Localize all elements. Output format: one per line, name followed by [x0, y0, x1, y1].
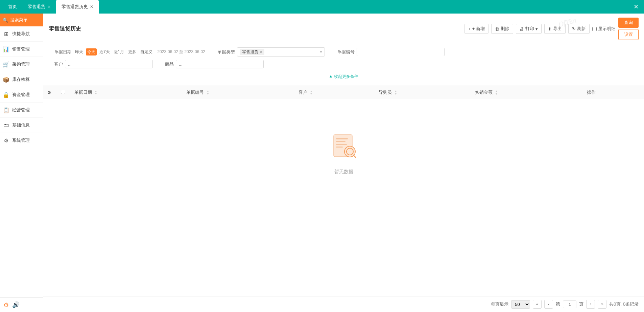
sidebar-item-sales-mgmt-label: 销售管理: [12, 46, 30, 52]
select-all-checkbox[interactable]: [61, 90, 65, 94]
sidebar-search[interactable]: 🔍 搜索菜单: [0, 14, 43, 26]
filter-row-1: 单据日期 昨天 今天 近7天 近1月 更多 自定义 2023-06-02 至 2…: [54, 47, 633, 57]
refresh-button[interactable]: ↻ 刷新: [568, 24, 590, 34]
sidebar-item-system-mgmt-label: 系统管理: [12, 137, 30, 143]
shortcut-custom[interactable]: 自定义: [139, 48, 154, 55]
shortcut-yesterday[interactable]: 昨天: [74, 48, 85, 55]
query-button[interactable]: 查询: [618, 18, 639, 28]
page-number-input[interactable]: [563, 300, 576, 308]
per-page-select[interactable]: 50 10 20 100: [511, 300, 530, 309]
date-shortcuts: 昨天 今天 近7天 近1月 更多 自定义: [74, 48, 154, 55]
svg-rect-3: [336, 144, 347, 145]
th-settings[interactable]: ⚙: [43, 86, 57, 99]
th-customer[interactable]: 客户 ▲ ▼: [294, 86, 375, 99]
show-detail-checkbox[interactable]: 显示明细: [592, 26, 616, 32]
sidebar-item-finance[interactable]: 🔒 资金管理: [0, 87, 43, 103]
new-button[interactable]: + + 新增: [464, 24, 488, 34]
empty-text: 暂无数据: [334, 169, 353, 175]
th-actions-label: 操作: [587, 90, 596, 95]
sidebar-item-operations-label: 经营管理: [12, 107, 30, 113]
customer-input[interactable]: [65, 60, 153, 68]
sidebar-item-sales-mgmt[interactable]: 📊 销售管理: [0, 42, 43, 57]
shortcut-today[interactable]: 今天: [86, 48, 97, 55]
voucher-no-input[interactable]: [357, 48, 445, 56]
table-body: 暂无数据: [43, 99, 644, 206]
top-navigation: 首页 零售退货 ✕ 零售退货历史 ✕ ✕: [0, 0, 644, 14]
sidebar-item-inventory-label: 库存核算: [12, 76, 30, 83]
settings-button[interactable]: 设置: [618, 29, 639, 40]
toolbar: + + 新增 🗑 删除 🖨 打印 ▾ ⬆ 导出: [464, 18, 639, 40]
sort-amount-icon: ▲ ▼: [495, 90, 498, 95]
tab-return[interactable]: 零售退货 ✕: [22, 0, 56, 14]
sidebar-item-inventory[interactable]: 📦 库存核算: [0, 72, 43, 87]
sidebar-audio-icon[interactable]: 🔊: [12, 301, 20, 309]
close-window-button[interactable]: ✕: [628, 3, 644, 10]
main-content: 零售退货历史 + + 新增 🗑 删除 🖨 打印 ▾: [43, 14, 644, 312]
goods-filter: 商品: [165, 60, 264, 68]
tab-return-history[interactable]: 零售退货历史 ✕: [56, 0, 99, 14]
th-amount[interactable]: 实销金额 ▲ ▼: [471, 86, 583, 99]
th-actions: 操作: [583, 86, 644, 99]
export-button[interactable]: ⬆ 导出: [544, 24, 566, 34]
tab-home[interactable]: 首页: [3, 0, 22, 14]
customer-label: 客户: [54, 61, 63, 67]
print-button[interactable]: 🖨 打印 ▾: [516, 24, 542, 34]
date-filter: 单据日期 昨天 今天 近7天 近1月 更多 自定义 2023-06-02 至 2…: [54, 48, 205, 55]
basic-info-icon: 🗃: [3, 122, 9, 129]
collapse-label: 收起更多条件: [334, 74, 358, 80]
print-label: 打印: [525, 26, 534, 32]
sidebar-item-quick-nav-label: 快捷导航: [12, 31, 30, 37]
svg-rect-1: [336, 138, 348, 139]
print-dropdown-icon: ▾: [535, 26, 538, 31]
export-label: 导出: [553, 26, 562, 32]
date-range-display: 2023-06-02 至 2023-06-02: [157, 49, 205, 55]
table-header-row: ⚙ 单据日期 ▲ ▼ 单据编号: [43, 86, 644, 99]
th-checkbox[interactable]: [57, 86, 70, 99]
sidebar-settings-icon[interactable]: ⚙: [3, 301, 9, 309]
search-icon: 🔍: [3, 18, 8, 23]
th-voucher-no[interactable]: 单据编号 ▲ ▼: [182, 86, 294, 99]
sidebar-item-basic-info[interactable]: 🗃 基础信息: [0, 118, 43, 133]
inventory-icon: 📦: [3, 76, 9, 83]
goods-label: 商品: [165, 61, 174, 67]
finance-icon: 🔒: [3, 91, 9, 98]
show-detail-input[interactable]: [592, 27, 597, 31]
prev-page-button[interactable]: ‹: [544, 300, 553, 309]
tab-return-close[interactable]: ✕: [47, 4, 51, 9]
collapse-up-icon: ▲: [329, 74, 333, 80]
tab-return-history-label: 零售退货历史: [62, 4, 88, 10]
voucher-type-tag-close[interactable]: ✕: [260, 50, 262, 54]
delete-button[interactable]: 🗑 删除: [491, 24, 513, 34]
sidebar-bottom: ⚙ 🔊: [0, 297, 43, 312]
sort-guide-icon: ▲ ▼: [395, 90, 397, 95]
goods-input[interactable]: [176, 60, 264, 68]
voucher-type-label: 单据类型: [217, 49, 235, 55]
next-page-button[interactable]: ›: [586, 300, 595, 309]
sidebar-item-quick-nav[interactable]: ⊞ 快捷导航: [0, 26, 43, 42]
svg-rect-4: [336, 147, 343, 148]
th-date[interactable]: 单据日期 ▲ ▼: [70, 86, 182, 99]
app-layout: 🔍 搜索菜单 ⊞ 快捷导航 📊 销售管理 🛒 采购管理 📦 库存核算 🔒 资金管…: [0, 14, 644, 312]
data-table: ⚙ 单据日期 ▲ ▼ 单据编号: [43, 86, 644, 205]
sidebar-item-finance-label: 资金管理: [12, 92, 30, 98]
system-mgmt-icon: ⚙: [3, 137, 9, 144]
th-date-label: 单据日期: [74, 90, 92, 95]
voucher-type-input[interactable]: 零售退货 ✕ ▾: [237, 47, 325, 57]
th-guide[interactable]: 导购员 ▲ ▼: [375, 86, 471, 99]
tab-bar: 首页 零售退货 ✕ 零售退货历史 ✕: [3, 0, 628, 14]
first-page-button[interactable]: «: [533, 300, 542, 309]
sidebar-item-purchase-mgmt[interactable]: 🛒 采购管理: [0, 57, 43, 72]
sidebar-item-operations[interactable]: 📋 经营管理: [0, 103, 43, 118]
tab-return-history-close[interactable]: ✕: [90, 4, 93, 9]
shortcut-last7[interactable]: 近7天: [98, 48, 111, 55]
show-detail-label: 显示明细: [598, 26, 616, 32]
refresh-label: 刷新: [577, 26, 586, 32]
voucher-no-filter: 单据编号: [337, 48, 445, 56]
page-header-top: 零售退货历史 + + 新增 🗑 删除 🖨 打印 ▾: [49, 18, 639, 40]
last-page-button[interactable]: »: [598, 300, 606, 309]
shortcut-more[interactable]: 更多: [127, 48, 138, 55]
collapse-more-conditions[interactable]: ▲ 收起更多条件: [54, 72, 633, 82]
sidebar-item-system-mgmt[interactable]: ⚙ 系统管理: [0, 133, 43, 148]
filter-row-2: 客户 商品: [54, 60, 633, 68]
shortcut-last1month[interactable]: 近1月: [113, 48, 126, 55]
